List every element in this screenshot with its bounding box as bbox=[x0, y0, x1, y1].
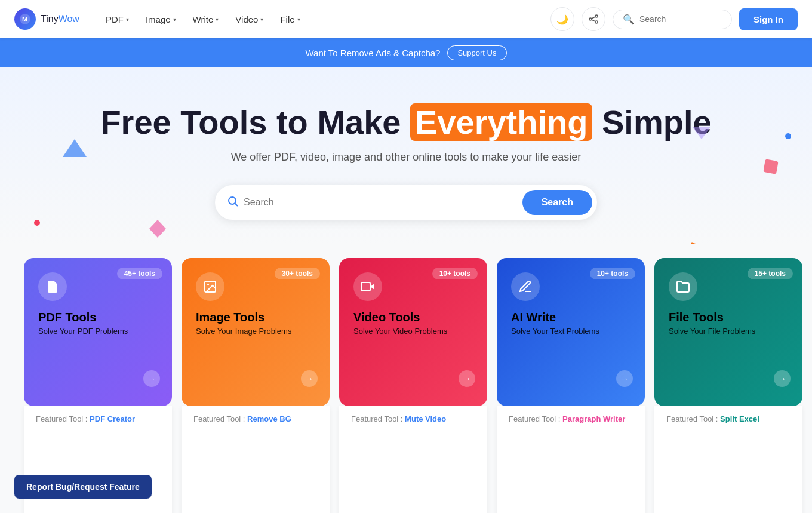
file-tools-column: 15+ tools File Tools Solve Your File Pro… bbox=[654, 258, 802, 513]
dark-mode-toggle[interactable]: 🌙 bbox=[550, 7, 574, 31]
file-featured-box: Featured Tool : Split Excel bbox=[654, 406, 802, 513]
svg-text:M: M bbox=[22, 16, 27, 23]
nav-links: PDF ▾ Image ▾ Write ▾ Video ▾ File ▾ bbox=[99, 10, 550, 29]
svg-point-3 bbox=[589, 18, 592, 20]
ai-tools-column: 10+ tools AI Write Solve Your Text Probl… bbox=[497, 258, 645, 513]
ai-subtitle: Solve Your Text Problems bbox=[511, 327, 630, 336]
svg-marker-21 bbox=[370, 284, 374, 290]
video-tools-card[interactable]: 10+ tools Video Tools Solve Your Video P… bbox=[339, 258, 487, 406]
svg-point-2 bbox=[595, 15, 598, 17]
hero-subtext: We offer PDF, video, image and other onl… bbox=[14, 151, 798, 164]
file-arrow-icon: → bbox=[774, 370, 791, 387]
svg-point-17 bbox=[229, 197, 236, 204]
video-tools-column: 10+ tools Video Tools Solve Your Video P… bbox=[339, 258, 487, 513]
image-badge: 30+ tools bbox=[275, 268, 320, 279]
ai-featured-label: Featured Tool : bbox=[509, 414, 560, 423]
nav-write[interactable]: Write ▾ bbox=[186, 10, 226, 29]
ai-badge: 10+ tools bbox=[590, 268, 635, 279]
nav-search-input[interactable] bbox=[639, 14, 722, 24]
video-featured-link[interactable]: Mute Video bbox=[405, 414, 446, 423]
chevron-down-icon: ▾ bbox=[216, 16, 219, 23]
pdf-subtitle: Solve Your PDF Problems bbox=[38, 327, 158, 336]
ai-featured-box: Featured Tool : Paragraph Writer bbox=[497, 406, 645, 513]
headline-post: Simple bbox=[592, 103, 711, 141]
report-bug-button[interactable]: Report Bug/Request Feature bbox=[14, 475, 152, 499]
nav-pdf[interactable]: PDF ▾ bbox=[99, 10, 136, 29]
image-arrow-icon: → bbox=[301, 370, 318, 387]
ai-icon bbox=[511, 272, 540, 301]
hero-search-button[interactable]: Search bbox=[522, 190, 592, 215]
svg-line-18 bbox=[235, 203, 238, 206]
pdf-badge: 45+ tools bbox=[117, 268, 162, 279]
pdf-icon bbox=[38, 272, 67, 301]
file-tools-card[interactable]: 15+ tools File Tools Solve Your File Pro… bbox=[654, 258, 802, 406]
image-title: Image Tools bbox=[196, 311, 315, 324]
video-badge: 10+ tools bbox=[432, 268, 478, 279]
chevron-down-icon: ▾ bbox=[297, 16, 300, 23]
file-title: File Tools bbox=[669, 311, 788, 324]
nav-video[interactable]: Video ▾ bbox=[228, 10, 270, 29]
image-tools-card[interactable]: 30+ tools Image Tools Solve Your Image P… bbox=[182, 258, 330, 406]
pdf-tools-card[interactable]: 45+ tools PDF Tools Solve Your PDF Probl… bbox=[24, 258, 172, 406]
chevron-down-icon: ▾ bbox=[260, 16, 263, 23]
video-subtitle: Solve Your Video Problems bbox=[353, 327, 473, 336]
chevron-down-icon: ▾ bbox=[173, 16, 176, 23]
video-featured-box: Featured Tool : Mute Video bbox=[339, 406, 487, 513]
banner-text: Want To Remove Ads & Captcha? bbox=[306, 48, 441, 58]
pdf-title: PDF Tools bbox=[38, 311, 158, 324]
promo-banner: Want To Remove Ads & Captcha? Support Us bbox=[0, 38, 812, 67]
svg-point-20 bbox=[207, 284, 209, 285]
svg-point-8 bbox=[34, 220, 40, 226]
nav-actions: 🌙 🔍 Sign In bbox=[550, 7, 798, 31]
hero-search-bar: Search bbox=[215, 185, 597, 220]
ai-featured-link[interactable]: Paragraph Writer bbox=[562, 414, 625, 423]
chevron-down-icon: ▾ bbox=[126, 16, 129, 23]
logo[interactable]: M TinyWow bbox=[14, 8, 79, 30]
nav-file[interactable]: File ▾ bbox=[273, 10, 307, 29]
svg-rect-12 bbox=[688, 242, 702, 244]
file-featured-link[interactable]: Split Excel bbox=[720, 414, 759, 423]
nav-search-bar[interactable]: 🔍 bbox=[613, 10, 732, 29]
ai-arrow-icon: → bbox=[616, 370, 633, 387]
ai-title: AI Write bbox=[511, 311, 630, 324]
image-featured-label: Featured Tool : bbox=[193, 414, 245, 423]
svg-rect-22 bbox=[361, 282, 370, 291]
video-icon bbox=[353, 272, 382, 301]
video-title: Video Tools bbox=[353, 311, 473, 324]
svg-line-6 bbox=[592, 20, 595, 21]
svg-marker-9 bbox=[149, 220, 166, 238]
navbar: M TinyWow PDF ▾ Image ▾ Write ▾ Video ▾ … bbox=[0, 0, 812, 38]
file-featured-label: Featured Tool : bbox=[666, 414, 718, 423]
hero-search-input[interactable] bbox=[244, 197, 522, 208]
logo-icon: M bbox=[14, 8, 36, 30]
file-subtitle: Solve Your File Problems bbox=[669, 327, 788, 336]
image-featured-link[interactable]: Remove BG bbox=[247, 414, 291, 423]
headline-pre: Free Tools to Make bbox=[100, 103, 410, 141]
hero-section: Free Tools to Make Everything Simple We … bbox=[0, 67, 812, 244]
search-icon bbox=[227, 195, 239, 210]
share-button[interactable] bbox=[582, 7, 605, 31]
file-icon bbox=[669, 272, 697, 301]
image-icon bbox=[196, 272, 224, 301]
image-subtitle: Solve Your Image Problems bbox=[196, 327, 315, 336]
ai-tools-card[interactable]: 10+ tools AI Write Solve Your Text Probl… bbox=[497, 258, 645, 406]
tools-section: 45+ tools PDF Tools Solve Your PDF Probl… bbox=[0, 244, 812, 513]
headline-highlight: Everything bbox=[410, 103, 592, 141]
sign-in-button[interactable]: Sign In bbox=[739, 8, 798, 30]
video-featured-label: Featured Tool : bbox=[351, 414, 402, 423]
image-featured-box: Featured Tool : Remove BG bbox=[182, 406, 330, 513]
support-us-button[interactable]: Support Us bbox=[447, 45, 506, 60]
file-badge: 15+ tools bbox=[748, 268, 793, 279]
search-icon: 🔍 bbox=[623, 14, 635, 25]
hero-headline: Free Tools to Make Everything Simple bbox=[14, 103, 798, 142]
pdf-featured-link[interactable]: PDF Creator bbox=[90, 414, 135, 423]
svg-line-5 bbox=[592, 17, 595, 19]
logo-text: TinyWow bbox=[41, 14, 79, 24]
image-tools-column: 30+ tools Image Tools Solve Your Image P… bbox=[182, 258, 330, 513]
nav-image[interactable]: Image ▾ bbox=[139, 10, 183, 29]
pdf-featured-label: Featured Tool : bbox=[36, 414, 87, 423]
video-arrow-icon: → bbox=[459, 370, 475, 387]
svg-point-4 bbox=[595, 21, 598, 23]
pdf-arrow-icon: → bbox=[143, 370, 160, 387]
